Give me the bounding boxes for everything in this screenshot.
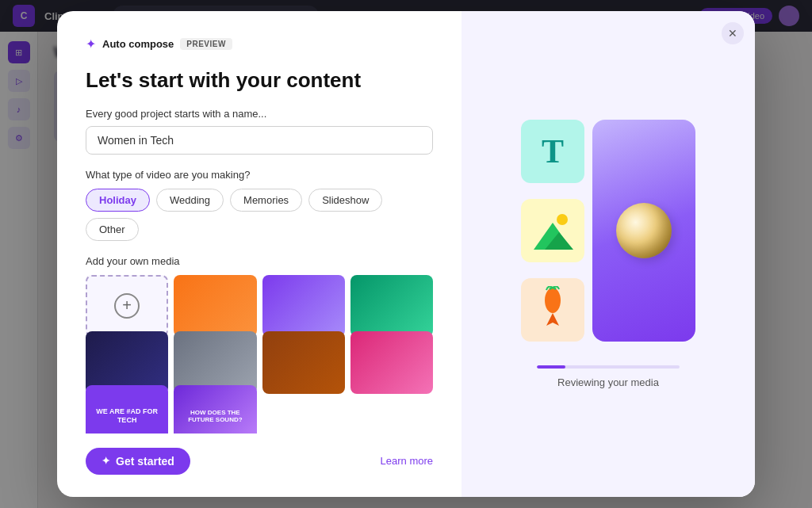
chip-wedding[interactable]: Wedding (156, 189, 224, 212)
svg-point-3 (545, 288, 561, 313)
svg-marker-4 (546, 313, 559, 326)
media-thumb-7[interactable] (350, 331, 433, 393)
media-thumb-3[interactable] (350, 275, 433, 337)
close-button[interactable]: ✕ (722, 22, 744, 44)
add-circle-icon: + (114, 293, 140, 319)
modal-overlay: ✦ Auto compose PREVIEW Let's start with … (0, 0, 812, 508)
project-name-input[interactable] (86, 126, 433, 155)
mountain-icon (530, 208, 575, 253)
auto-compose-label: Auto compose (102, 38, 174, 50)
t-icon: T (542, 132, 564, 170)
progress-bar-container (537, 365, 680, 369)
get-started-button[interactable]: ✦ Get started (86, 448, 190, 475)
chip-holiday[interactable]: Holiday (86, 189, 150, 212)
preview-cell-pencil (521, 278, 584, 342)
media-thumb-5[interactable] (174, 331, 256, 393)
get-started-icon: ✦ (102, 455, 110, 467)
chip-slideshow[interactable]: Slideshow (308, 189, 382, 212)
preview-cell-mountain (521, 199, 584, 262)
auto-compose-icon: ✦ (86, 36, 96, 52)
modal-header-tag: ✦ Auto compose PREVIEW (86, 36, 433, 52)
preview-grid: T (521, 120, 695, 349)
3d-ball (616, 203, 672, 258)
modal-left-panel: ✦ Auto compose PREVIEW Let's start with … (57, 11, 462, 497)
media-thumb-9[interactable]: HOW DOES THE FUTURE SOUND? (174, 385, 256, 434)
modal-dialog: ✦ Auto compose PREVIEW Let's start with … (57, 11, 755, 497)
chip-other[interactable]: Other (86, 218, 139, 241)
media-section-label: Add your own media (86, 255, 433, 267)
get-started-label: Get started (116, 455, 174, 468)
modal-right-panel: ✕ T (462, 11, 755, 497)
media-grid: + (86, 275, 433, 434)
media-thumb-4[interactable] (86, 331, 168, 393)
close-icon: ✕ (728, 27, 737, 40)
add-media-button[interactable]: + (86, 275, 168, 337)
media-thumb-2[interactable] (262, 275, 345, 337)
preview-badge: PREVIEW (180, 38, 232, 50)
carrot-icon (540, 286, 565, 334)
modal-title: Let's start with your content (86, 67, 433, 94)
video-type-label: What type of video are you making? (86, 169, 433, 181)
video-type-chips: Holiday Wedding Memories Slideshow Other (86, 189, 433, 241)
media-thumb-1[interactable] (174, 275, 256, 337)
preview-cell-t: T (521, 120, 584, 183)
progress-bar-fill (537, 365, 565, 369)
media-thumb-8[interactable]: WE ARE #AD FOR TECH (86, 385, 168, 434)
svg-point-0 (557, 214, 568, 225)
modal-footer: ✦ Get started Learn more (86, 448, 433, 475)
media-thumb-6[interactable] (262, 331, 345, 393)
preview-cell-ball (592, 120, 695, 342)
chip-memories[interactable]: Memories (230, 189, 302, 212)
learn-more-link[interactable]: Learn more (381, 455, 433, 467)
reviewing-text: Reviewing your media (557, 376, 659, 388)
name-section-label: Every good project starts with a name... (86, 108, 433, 120)
